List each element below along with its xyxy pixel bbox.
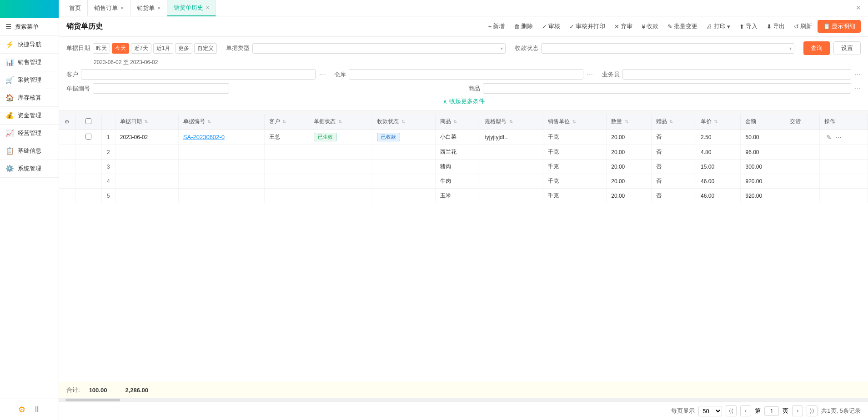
- tab-sales-history[interactable]: 销货单历史 ×: [167, 0, 216, 16]
- th-doc-status[interactable]: 单据状态 ⇅: [309, 114, 372, 130]
- show-detail-button[interactable]: 📋 显示明细: [818, 20, 861, 33]
- doc-no-input[interactable]: [93, 83, 229, 94]
- goods-input[interactable]: [483, 83, 851, 94]
- th-settings[interactable]: ⚙: [59, 114, 75, 130]
- th-goods[interactable]: 商品 ⇅: [436, 114, 480, 130]
- row-num: 3: [101, 160, 115, 174]
- collapse-button[interactable]: ∧ 收起更多条件: [443, 97, 485, 105]
- th-qty[interactable]: 数量 ⇅: [607, 114, 651, 130]
- export-button[interactable]: ⬇ 导出: [763, 20, 788, 32]
- collect-button[interactable]: ¥ 收款: [638, 20, 662, 32]
- row-spec: [480, 174, 543, 189]
- tab-sales-goods-close[interactable]: ×: [157, 5, 161, 11]
- sidebar-item-operations[interactable]: 📈 经营管理: [0, 125, 59, 142]
- th-transaction[interactable]: 交货: [785, 114, 819, 130]
- add-label: 新增: [493, 22, 505, 30]
- th-amount[interactable]: 金额: [741, 114, 785, 130]
- date-btn-1month[interactable]: 近1月: [153, 43, 174, 54]
- th-customer[interactable]: 客户 ⇅: [264, 114, 309, 130]
- sidebar-item-sys-mgmt[interactable]: ⚙️ 系统管理: [0, 160, 59, 178]
- page-next-btn[interactable]: ›: [792, 405, 803, 416]
- salesperson-label: 业务员: [602, 70, 620, 79]
- th-doc-no[interactable]: 单据编号 ⇅: [178, 114, 264, 130]
- action-more-btn[interactable]: ⋯: [833, 134, 843, 141]
- page-first-btn[interactable]: ⟨⟨: [726, 405, 737, 416]
- date-btn-yesterday[interactable]: 昨天: [93, 43, 110, 54]
- sidebar-bottom-icon1[interactable]: ⚙: [18, 405, 25, 415]
- sidebar-item-quick-nav[interactable]: ⚡ 快捷导航: [0, 36, 59, 54]
- add-button[interactable]: + 新增: [485, 20, 509, 32]
- audit-button[interactable]: ✓ 审核: [538, 20, 564, 32]
- doc-type-select[interactable]: [252, 43, 506, 54]
- table-container: ⚙ 单据日期 ⇅ 单据编号 ⇅ 客户 ⇅ 单据状态 ⇅ 收款状态 ⇅ 商品 ⇅ …: [59, 114, 868, 382]
- table-footer: 合计: 100.00 2,286.00: [59, 382, 868, 398]
- th-spec[interactable]: 规格型号 ⇅: [480, 114, 543, 130]
- th-doc-date[interactable]: 单据日期 ⇅: [115, 114, 178, 130]
- abandon-button[interactable]: ✕ 弃审: [611, 20, 636, 32]
- th-unit[interactable]: 销售单位 ⇅: [543, 114, 607, 130]
- import-label: 导入: [746, 22, 758, 30]
- collect-label: 收款: [647, 22, 658, 30]
- th-price[interactable]: 单价 ⇅: [696, 114, 741, 130]
- sidebar-item-search-menu[interactable]: ☰ 搜索菜单: [0, 18, 59, 36]
- action-edit-btn[interactable]: ✎: [824, 134, 833, 141]
- audit-print-button[interactable]: ✓ 审核并打印: [566, 20, 609, 32]
- tab-sales-goods[interactable]: 销货单 ×: [130, 0, 167, 16]
- table-row: 2西兰花千克20.00否4.8096.00: [59, 145, 868, 160]
- select-all-checkbox[interactable]: [85, 118, 91, 124]
- customer-dots[interactable]: ···: [319, 70, 325, 79]
- scrollbar-thumb[interactable]: [65, 399, 120, 401]
- page-size-select[interactable]: 50 100 200: [698, 406, 722, 416]
- row-collect-status: [372, 189, 436, 203]
- row-checkbox[interactable]: [85, 134, 91, 140]
- sidebar-item-base-info[interactable]: 📋 基础信息: [0, 142, 59, 160]
- date-btn-more[interactable]: 更多: [175, 43, 192, 54]
- customer-input[interactable]: [81, 69, 316, 80]
- th-gift[interactable]: 赠品 ⇅: [651, 114, 696, 130]
- sidebar-item-sales-mgmt[interactable]: 📊 销售管理: [0, 54, 59, 71]
- import-button[interactable]: ⬆ 导入: [736, 20, 761, 32]
- pagination: 每页显示 50 100 200 ⟨⟨ ‹ 第 页 › ⟩⟩ 共1页, 5条记录: [59, 401, 868, 420]
- page-prev-btn[interactable]: ‹: [740, 405, 751, 416]
- add-icon: +: [488, 23, 492, 30]
- query-button[interactable]: 查询: [803, 41, 830, 55]
- doc-no-link[interactable]: SA-20230602-0: [183, 134, 225, 140]
- date-btn-custom[interactable]: 自定义: [194, 43, 217, 54]
- collect-status-select[interactable]: [541, 43, 794, 54]
- sidebar-item-finance[interactable]: 💰 资金管理: [0, 107, 59, 125]
- goods-dots[interactable]: ···: [855, 85, 861, 93]
- delete-button[interactable]: 🗑 删除: [510, 20, 537, 32]
- tab-sales-history-close[interactable]: ×: [206, 5, 209, 11]
- tab-sales-order-close[interactable]: ×: [120, 5, 124, 11]
- date-btn-7days[interactable]: 近7天: [131, 43, 151, 54]
- row-settings-cell: [59, 145, 75, 160]
- batch-change-button[interactable]: ✎ 批量变更: [664, 20, 701, 32]
- print-button[interactable]: 🖨 打印 ▾: [703, 20, 734, 32]
- sidebar-item-label: 资金管理: [18, 111, 41, 120]
- salesperson-input[interactable]: [622, 69, 851, 80]
- sidebar-item-inventory[interactable]: 🏠 库存核算: [0, 89, 59, 107]
- page-last-btn[interactable]: ⟩⟩: [807, 405, 818, 416]
- row-price: 15.00: [696, 160, 741, 174]
- sidebar-item-label: 基础信息: [18, 147, 41, 155]
- salesperson-dots[interactable]: ···: [855, 70, 861, 79]
- warehouse-input[interactable]: [349, 69, 583, 80]
- batch-change-icon: ✎: [667, 23, 672, 30]
- sidebar-item-purchase-mgmt[interactable]: 🛒 采购管理: [0, 71, 59, 89]
- tab-home[interactable]: 首页: [63, 0, 88, 16]
- row-doc-status: [309, 174, 372, 189]
- tab-close-all[interactable]: ×: [852, 3, 864, 13]
- batch-change-label: 批量变更: [674, 22, 697, 30]
- warehouse-dots[interactable]: ···: [587, 70, 593, 79]
- tab-sales-order[interactable]: 销售订单 ×: [88, 0, 130, 16]
- sidebar-item-label: 搜索菜单: [15, 23, 39, 31]
- settings-button[interactable]: 设置: [833, 41, 861, 55]
- page-current-input[interactable]: [764, 406, 779, 416]
- row-doc-status: [309, 160, 372, 174]
- scrollbar-area[interactable]: [59, 398, 868, 401]
- tab-sales-history-label: 销货单历史: [174, 4, 203, 12]
- th-collect-status[interactable]: 收款状态 ⇅: [372, 114, 436, 130]
- refresh-button[interactable]: ↺ 刷新: [790, 20, 816, 32]
- sidebar-bottom-icon2[interactable]: ⏸: [33, 405, 41, 415]
- date-btn-today[interactable]: 今天: [112, 43, 129, 54]
